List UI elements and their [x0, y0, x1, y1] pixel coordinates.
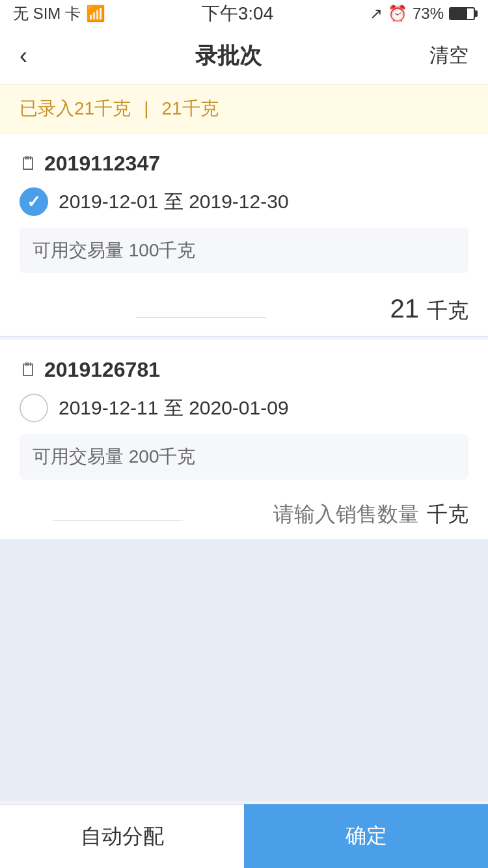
batch2-avail-text: 可用交易量 200千克: [33, 446, 196, 467]
back-button[interactable]: ‹: [20, 42, 27, 70]
empty-area: [0, 541, 488, 801]
batch2-date: 2019-12-11 至 2020-01-09: [59, 395, 289, 422]
batch1-date-row[interactable]: 2019-12-01 至 2019-12-30: [0, 182, 488, 221]
batch2-radio[interactable]: [20, 394, 48, 422]
carrier-text: 无 SIM 卡: [13, 3, 81, 24]
batch2-icon: 🗒: [20, 359, 38, 381]
batch1-header: 🗒 2019112347: [0, 133, 488, 182]
nav-bar: ‹ 录批次 清空: [0, 27, 488, 85]
info-divider: |: [144, 98, 148, 119]
batch1-avail: 可用交易量 100千克: [20, 228, 468, 273]
status-bar-right: ↗ ⏰ 73%: [370, 5, 475, 23]
batch2-input-row[interactable]: 千克: [0, 490, 488, 541]
entered-amount: 已录入21千克: [20, 96, 131, 121]
status-bar: 无 SIM 卡 📶 下午3:04 ↗ ⏰ 73%: [0, 0, 488, 27]
batch1-icon: 🗒: [20, 153, 38, 174]
bottom-bar: 自动分配 确定: [0, 804, 488, 868]
total-amount: 21千克: [161, 96, 218, 121]
auto-distribute-button[interactable]: 自动分配: [0, 804, 244, 868]
sales-quantity-input[interactable]: [224, 502, 419, 526]
location-icon: ↗: [370, 5, 383, 23]
alarm-icon: ⏰: [388, 5, 407, 23]
wifi-icon: 📶: [86, 5, 105, 23]
batch2-unit: 千克: [427, 500, 468, 529]
batch1-id: 2019112347: [44, 152, 160, 176]
batch-card-2: 🗒 2019126781 2019-12-11 至 2020-01-09 可用交…: [0, 340, 488, 541]
page-title: 录批次: [195, 41, 262, 71]
clear-button[interactable]: 清空: [429, 42, 468, 69]
batch2-id: 2019126781: [44, 358, 160, 382]
batch1-amount: 21: [390, 294, 420, 323]
batch1-date: 2019-12-01 至 2019-12-30: [59, 189, 289, 215]
batch2-avail: 可用交易量 200千克: [20, 434, 468, 480]
batch2-date-row[interactable]: 2019-12-11 至 2020-01-09: [0, 388, 488, 427]
batch1-amount-row: 21 千克: [0, 284, 488, 337]
status-bar-left: 无 SIM 卡 📶: [13, 3, 105, 24]
batch1-unit: 千克: [427, 297, 468, 325]
battery-percent: 73%: [413, 5, 444, 23]
batch2-header: 🗒 2019126781: [0, 340, 488, 388]
batch-card-1: 🗒 2019112347 2019-12-01 至 2019-12-30 可用交…: [0, 133, 488, 337]
batch1-radio[interactable]: [20, 187, 48, 216]
info-banner: 已录入21千克 | 21千克: [0, 85, 488, 133]
status-bar-time: 下午3:04: [202, 1, 274, 26]
battery-icon: [449, 7, 475, 20]
confirm-button[interactable]: 确定: [244, 804, 488, 868]
batch1-avail-text: 可用交易量 100千克: [33, 240, 196, 260]
